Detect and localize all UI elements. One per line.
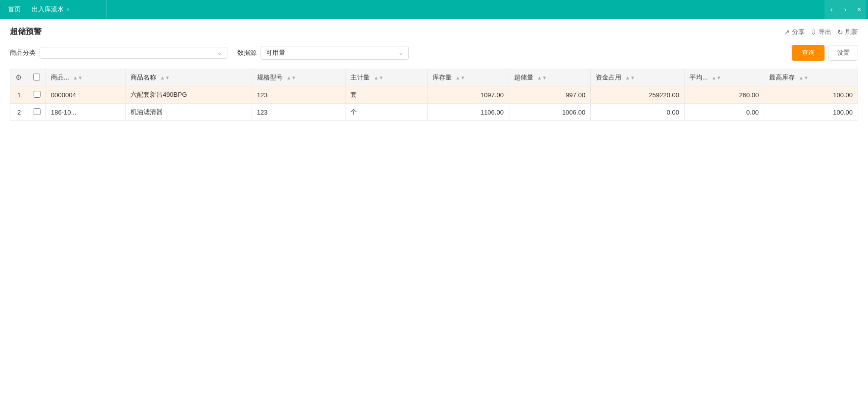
col-settings: ⚙ [10, 69, 28, 86]
table-body: 1 0000004 六配套新昌490BPG 123 套 1097.00 997.… [10, 86, 858, 121]
row-avg-1: 0.00 [684, 104, 764, 121]
nav-tab-close-5[interactable]: × [66, 6, 69, 12]
select-all-checkbox[interactable] [33, 74, 40, 80]
col-avg: 平均... ▲▼ [684, 69, 764, 86]
row-capital-1: 0.00 [591, 104, 685, 121]
row-overstock-1: 1006.00 [509, 104, 590, 121]
row-num-1: 2 [10, 104, 28, 121]
row-num-0: 1 [10, 86, 28, 104]
category-select[interactable]: ⌄ [40, 47, 227, 59]
row-stock-1: 1106.00 [427, 104, 509, 121]
settings-button[interactable]: 设置 [828, 45, 858, 61]
page-content: 超储预警 ↗ 分享 ⇩ 导出 ↻ 刷新 商品分类 ⌄ 数据源 [0, 19, 868, 395]
nav-home[interactable]: 首页 [2, 5, 27, 14]
datasource-label: 数据源 [237, 48, 257, 57]
export-btn[interactable]: ⇩ 导出 [811, 28, 831, 37]
export-icon: ⇩ [811, 28, 817, 36]
nav-tab-5[interactable]: 出入库流水× [27, 0, 107, 19]
col-product-code: 商品... ▲▼ [46, 69, 126, 86]
row-capital-0: 259220.00 [591, 86, 685, 104]
filter-row: 商品分类 ⌄ 数据源 可用量 ⌄ 查询 设置 [10, 45, 858, 61]
sort-product-code-icon[interactable]: ▲▼ [73, 76, 83, 80]
query-button[interactable]: 查询 [792, 45, 825, 61]
data-table: ⚙ 商品... ▲▼ 商品名称 ▲▼ 规格型号 ▲▼ 主计 [10, 69, 858, 121]
sort-avg-icon[interactable]: ▲▼ [711, 76, 721, 80]
row-checkbox-0 [28, 86, 46, 104]
col-product-name: 商品名称 ▲▼ [126, 69, 252, 86]
sort-unit-icon[interactable]: ▲▼ [374, 76, 384, 80]
page-header: 超储预警 ↗ 分享 ⇩ 导出 ↻ 刷新 [10, 27, 858, 37]
row-max-stock-1: 100.00 [764, 104, 858, 121]
nav-close-btn[interactable]: × [852, 0, 866, 19]
table-row: 1 0000004 六配套新昌490BPG 123 套 1097.00 997.… [10, 86, 858, 104]
table-row: 2 186-10... 机油滤清器 123 个 1106.00 1006.00 … [10, 104, 858, 121]
top-nav: 首页 拣货任务管理×拣货异常处理×现存量（库存状况表）×现存量（库存分布表）×库… [0, 0, 868, 19]
row-spec-1: 123 [252, 104, 346, 121]
col-unit: 主计量 ▲▼ [346, 69, 427, 86]
sort-product-name-icon[interactable]: ▲▼ [160, 76, 170, 80]
row-unit-1: 个 [346, 104, 427, 121]
datasource-select[interactable]: 可用量 ⌄ [260, 46, 409, 60]
page-title: 超储预警 [10, 27, 42, 37]
row-check-0[interactable] [34, 91, 41, 98]
sort-capital-icon[interactable]: ▲▼ [625, 76, 635, 80]
row-spec-0: 123 [252, 86, 346, 104]
category-filter-group: 商品分类 ⌄ [10, 47, 227, 59]
header-actions: ↗ 分享 ⇩ 导出 ↻ 刷新 [784, 28, 858, 37]
nav-arrows: ‹ › × [825, 0, 866, 19]
share-btn[interactable]: ↗ 分享 [784, 28, 805, 37]
col-spec: 规格型号 ▲▼ [252, 69, 346, 86]
datasource-value: 可用量 [266, 48, 285, 57]
gear-icon[interactable]: ⚙ [15, 73, 22, 81]
row-stock-0: 1097.00 [427, 86, 509, 104]
col-checkbox [28, 69, 46, 86]
row-product-name-1: 机油滤清器 [126, 104, 252, 121]
row-overstock-0: 997.00 [509, 86, 590, 104]
row-check-1[interactable] [34, 108, 41, 115]
table-header: ⚙ 商品... ▲▼ 商品名称 ▲▼ 规格型号 ▲▼ 主计 [10, 69, 858, 86]
category-chevron-icon: ⌄ [217, 49, 222, 56]
nav-tabs: 拣货任务管理×拣货异常处理×现存量（库存状况表）×现存量（库存分布表）×库存批次… [27, 0, 107, 19]
refresh-btn[interactable]: ↻ 刷新 [837, 28, 858, 37]
sort-spec-icon[interactable]: ▲▼ [286, 76, 296, 80]
nav-prev-btn[interactable]: ‹ [825, 0, 838, 19]
filter-actions: 查询 设置 [792, 45, 858, 61]
row-product-code-1: 186-10... [46, 104, 126, 121]
col-max-stock: 最高库存 ▲▼ [764, 69, 858, 86]
row-avg-0: 260.00 [684, 86, 764, 104]
nav-next-btn[interactable]: › [838, 0, 852, 19]
col-overstock: 超储量 ▲▼ [509, 69, 590, 86]
category-label: 商品分类 [10, 48, 36, 57]
datasource-chevron-icon: ⌄ [398, 49, 403, 56]
sort-max-stock-icon[interactable]: ▲▼ [799, 76, 809, 80]
share-icon: ↗ [784, 28, 790, 36]
col-stock: 库存量 ▲▼ [427, 69, 509, 86]
row-product-name-0: 六配套新昌490BPG [126, 86, 252, 104]
col-capital: 资金占用 ▲▼ [591, 69, 685, 86]
refresh-icon: ↻ [837, 28, 843, 36]
sort-overstock-icon[interactable]: ▲▼ [537, 76, 547, 80]
datasource-filter-group: 数据源 可用量 ⌄ [237, 46, 409, 60]
row-product-code-0: 0000004 [46, 86, 126, 104]
row-max-stock-0: 100.00 [764, 86, 858, 104]
row-checkbox-1 [28, 104, 46, 121]
row-unit-0: 套 [346, 86, 427, 104]
sort-stock-icon[interactable]: ▲▼ [455, 76, 465, 80]
